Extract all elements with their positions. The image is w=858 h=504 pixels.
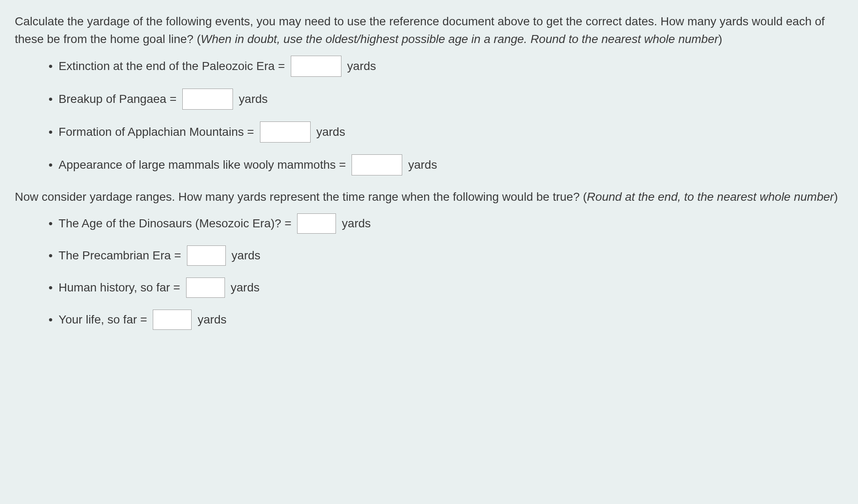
section2-intro-italic: Round at the end, to the nearest whole n… (587, 190, 834, 203)
item-unit: yards (344, 57, 376, 75)
yardage-input-pangaea[interactable] (182, 89, 233, 110)
section1-intro-italic: When in doubt, use the oldest/highest po… (200, 32, 718, 46)
yardage-input-mesozoic[interactable] (297, 213, 336, 234)
item-unit: yards (338, 215, 371, 232)
list-item: Formation of Applachian Mountains = yard… (49, 121, 843, 143)
item-unit: yards (235, 90, 268, 108)
section2-intro-close: ) (834, 190, 838, 203)
item-label: Appearance of large mammals like wooly m… (59, 156, 349, 174)
item-label: Human history, so far = (59, 279, 184, 296)
item-label: Breakup of Pangaea = (59, 90, 180, 108)
yardage-input-appalachian[interactable] (260, 121, 311, 143)
section1-intro-close: ) (718, 32, 722, 46)
yardage-input-human-history[interactable] (186, 278, 225, 298)
section2-intro-plain: Now consider yardage ranges. How many ya… (15, 190, 587, 203)
list-item: Breakup of Pangaea = yards (49, 89, 843, 110)
item-unit: yards (227, 279, 260, 296)
item-label: Extinction at the end of the Paleozoic E… (59, 57, 288, 75)
item-unit: yards (228, 247, 260, 264)
yardage-input-paleozoic[interactable] (291, 56, 341, 77)
item-unit: yards (405, 156, 437, 174)
list-item: Your life, so far = yards (49, 310, 843, 330)
list-item: The Age of the Dinosaurs (Mesozoic Era)?… (49, 213, 843, 234)
item-unit: yards (194, 311, 226, 329)
item-label: Your life, so far = (59, 311, 151, 329)
section2-list: The Age of the Dinosaurs (Mesozoic Era)?… (15, 213, 843, 330)
item-unit: yards (313, 123, 345, 141)
yardage-input-precambrian[interactable] (187, 245, 226, 266)
section1-list: Extinction at the end of the Paleozoic E… (15, 56, 843, 175)
item-label: The Age of the Dinosaurs (Mesozoic Era)?… (59, 215, 295, 232)
list-item: Appearance of large mammals like wooly m… (49, 154, 843, 175)
yardage-input-mammoths[interactable] (352, 154, 402, 175)
list-item: Human history, so far = yards (49, 278, 843, 298)
list-item: Extinction at the end of the Paleozoic E… (49, 56, 843, 77)
yardage-input-your-life[interactable] (153, 310, 192, 330)
item-label: Formation of Applachian Mountains = (59, 123, 257, 141)
section1-intro: Calculate the yardage of the following e… (15, 13, 843, 48)
section2-intro: Now consider yardage ranges. How many ya… (15, 188, 843, 206)
list-item: The Precambrian Era = yards (49, 245, 843, 266)
item-label: The Precambrian Era = (59, 247, 184, 264)
